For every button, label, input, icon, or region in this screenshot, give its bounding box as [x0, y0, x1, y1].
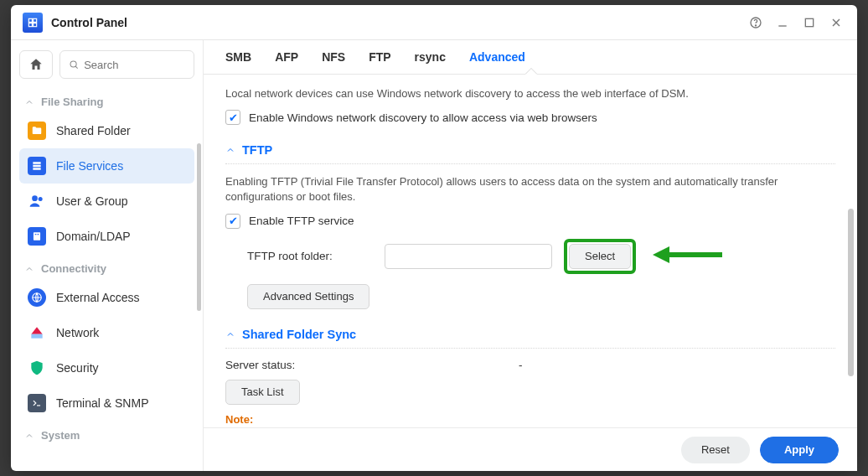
main-content: SMB AFP NFS FTP rsync Advanced Local net…	[204, 40, 857, 471]
help-button[interactable]	[747, 13, 765, 32]
services-icon	[28, 157, 46, 175]
advanced-pane: Local network devices can use Windows ne…	[204, 75, 857, 427]
minimize-button[interactable]	[773, 13, 792, 32]
sidebar-item-user-group[interactable]: User & Group	[19, 184, 194, 219]
globe-icon	[28, 288, 46, 307]
tftp-root-input[interactable]	[385, 244, 552, 269]
user-icon	[28, 192, 46, 210]
search-box[interactable]	[59, 50, 194, 79]
server-status-value: -	[519, 359, 523, 371]
apply-button[interactable]: Apply	[760, 437, 839, 463]
folder-icon	[28, 122, 46, 140]
sidebar-item-network[interactable]: Network	[19, 315, 194, 350]
sidebar-item-terminal-snmp[interactable]: Terminal & SNMP	[19, 385, 194, 421]
tftp-root-label: TFTP root folder:	[247, 250, 373, 262]
terminal-icon	[28, 394, 46, 412]
svg-rect-0	[28, 18, 32, 22]
tab-nfs[interactable]: NFS	[322, 50, 345, 74]
reset-button[interactable]: Reset	[681, 437, 750, 463]
discovery-description: Local network devices can use Windows ne…	[225, 86, 835, 101]
svg-rect-7	[805, 18, 813, 26]
app-icon	[23, 13, 43, 33]
sidebar-scrollbar[interactable]	[197, 143, 201, 311]
tftp-enable-label: Enable TFTP service	[249, 215, 354, 227]
svg-rect-1	[34, 18, 37, 22]
tab-afp[interactable]: AFP	[275, 50, 298, 74]
tftp-description: Enabling TFTP (Trivial File Transfer Pro…	[225, 174, 835, 204]
svg-rect-16	[38, 234, 39, 235]
svg-rect-14	[34, 232, 40, 240]
svg-rect-18	[31, 334, 42, 339]
home-button[interactable]	[19, 50, 53, 79]
discovery-check-label: Enable Windows network discovery to allo…	[249, 111, 597, 124]
task-list-button[interactable]: Task List	[225, 380, 300, 405]
svg-point-5	[755, 24, 756, 25]
tabs: SMB AFP NFS FTP rsync Advanced	[204, 40, 857, 75]
svg-marker-21	[653, 246, 669, 263]
section-file-sharing[interactable]: File Sharing	[19, 87, 194, 113]
annotation-arrow	[651, 241, 726, 272]
tab-ftp[interactable]: FTP	[369, 50, 390, 74]
section-connectivity[interactable]: Connectivity	[19, 254, 194, 280]
svg-point-12	[32, 195, 38, 201]
window-title: Control Panel	[51, 16, 127, 29]
discovery-checkbox[interactable]	[225, 110, 240, 125]
network-icon	[28, 323, 46, 342]
shared-sync-section-header[interactable]: Shared Folder Sync	[225, 319, 835, 349]
select-button[interactable]: Select	[569, 244, 631, 269]
sidebar: File Sharing Shared Folder File Services…	[11, 40, 204, 471]
close-button[interactable]	[827, 13, 845, 32]
tftp-section-header[interactable]: TFTP	[225, 135, 835, 164]
note-line: Note:	[225, 413, 835, 426]
tab-smb[interactable]: SMB	[225, 50, 251, 74]
server-status-label: Server status:	[225, 359, 485, 371]
tab-advanced[interactable]: Advanced	[469, 50, 525, 74]
svg-rect-3	[34, 23, 37, 26]
shield-icon	[28, 359, 46, 377]
control-panel-window: Control Panel File Sharing	[11, 5, 857, 471]
svg-line-11	[75, 66, 78, 69]
sidebar-item-shared-folder[interactable]: Shared Folder	[19, 113, 194, 148]
advanced-settings-button[interactable]: Advanced Settings	[247, 284, 369, 309]
sidebar-item-file-services[interactable]: File Services	[19, 148, 194, 184]
content-scrollbar[interactable]	[848, 209, 854, 376]
svg-rect-2	[28, 23, 32, 26]
domain-icon	[28, 227, 46, 246]
titlebar: Control Panel	[11, 5, 857, 40]
tftp-enable-checkbox[interactable]	[225, 214, 240, 229]
sidebar-item-external-access[interactable]: External Access	[19, 280, 194, 315]
svg-rect-15	[35, 234, 37, 235]
svg-point-13	[39, 197, 43, 201]
tab-rsync[interactable]: rsync	[415, 50, 446, 74]
svg-point-10	[70, 61, 76, 67]
search-input[interactable]	[84, 59, 185, 71]
select-button-highlight: Select	[564, 239, 636, 274]
sidebar-item-domain-ldap[interactable]: Domain/LDAP	[19, 219, 194, 254]
footer: Reset Apply	[204, 427, 857, 471]
maximize-button[interactable]	[800, 13, 819, 32]
sidebar-item-security[interactable]: Security	[19, 350, 194, 385]
section-system[interactable]: System	[19, 421, 194, 447]
